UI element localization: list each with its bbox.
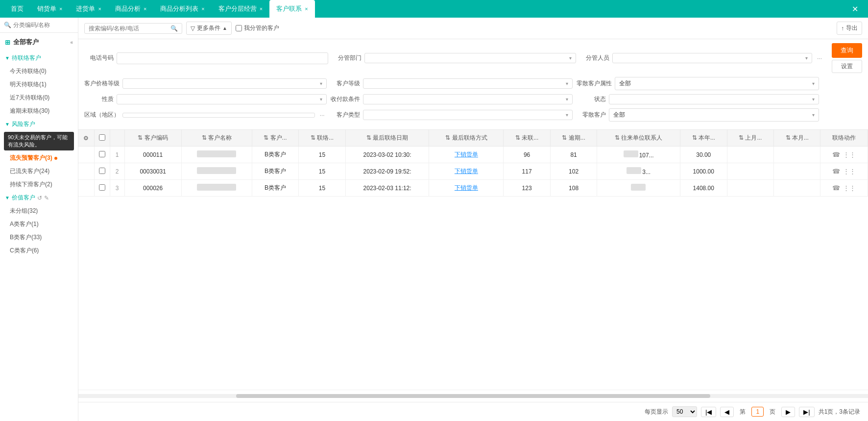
- close-sales-tab[interactable]: ×: [59, 6, 62, 12]
- row-checkbox[interactable]: [99, 151, 105, 157]
- sidebar-group-risk[interactable]: ▼ 风险客户: [0, 118, 78, 131]
- setting-button[interactable]: 设置: [832, 60, 862, 73]
- level-select[interactable]: ▾: [363, 78, 573, 89]
- sidebar-item-class-c[interactable]: C类客户(6): [0, 244, 78, 257]
- horizontal-scrollbar[interactable]: [78, 390, 868, 402]
- close-purchase-tab[interactable]: ×: [98, 6, 101, 12]
- row-action: ☎ ⋮⋮: [820, 163, 868, 180]
- sidebar-item-churned[interactable]: 已流失客户(24): [0, 165, 78, 178]
- refresh-icon[interactable]: ↺: [37, 195, 42, 201]
- zero-customer-select[interactable]: 全部 ▾: [609, 108, 819, 122]
- prev-page-button[interactable]: ◀: [720, 407, 734, 417]
- sidebar-item-7days[interactable]: 近7天待联络(0): [0, 91, 78, 104]
- sidebar-all-customers[interactable]: ⊞ 全部客户 «: [0, 35, 78, 50]
- edit-icon[interactable]: ✎: [44, 195, 49, 201]
- sidebar-item-churn-warning[interactable]: 流失预警客户(3): [0, 151, 78, 165]
- status-select[interactable]: ▾: [609, 94, 819, 104]
- sidebar-group-value[interactable]: ▼ 价值客户 ↺ ✎: [0, 191, 78, 204]
- my-customer-checkbox[interactable]: [236, 25, 242, 31]
- row-checkbox-cell[interactable]: [94, 163, 110, 180]
- row-last-method[interactable]: 下销货单: [429, 163, 504, 180]
- tab-sales[interactable]: 销货单 ×: [30, 0, 69, 18]
- sort-icon-this-month: ⇅: [786, 134, 791, 141]
- action-menu-icon[interactable]: ⋮⋮: [843, 184, 856, 192]
- col-name[interactable]: ⇅ 客户名称: [181, 130, 252, 147]
- tab-analysis-list[interactable]: 商品分析列表 ×: [153, 0, 211, 18]
- table-checkbox-all[interactable]: [94, 130, 110, 147]
- my-customer-checkbox-wrap[interactable]: 我分管的客户: [236, 24, 279, 32]
- per-page-select[interactable]: 50 100: [672, 406, 697, 417]
- query-button[interactable]: 查询: [832, 43, 862, 58]
- col-last-method[interactable]: ⇅ 最后联络方式: [429, 130, 504, 147]
- close-analysis-list-tab[interactable]: ×: [201, 6, 204, 12]
- col-overdue[interactable]: ⇅ 逾期...: [550, 130, 597, 147]
- action-phone-icon[interactable]: ☎: [832, 184, 840, 192]
- more-filter-button[interactable]: ▽ 更多条件 ▲: [186, 22, 232, 35]
- row-last-date: 2023-02-03 11:12:: [345, 180, 429, 197]
- col-type[interactable]: ⇅ 客户...: [252, 130, 298, 147]
- export-button[interactable]: ↑ 导出: [837, 22, 862, 35]
- row-last-method[interactable]: 下销货单: [429, 147, 504, 163]
- window-close-button[interactable]: ✕: [846, 4, 864, 14]
- search-input[interactable]: [89, 25, 170, 32]
- btn-group-right: 查询 设置: [832, 43, 862, 73]
- phone-input[interactable]: [117, 52, 328, 64]
- type-select[interactable]: ▾: [363, 110, 573, 120]
- row-checkbox-cell[interactable]: [94, 147, 110, 163]
- search-execute-icon[interactable]: 🔍: [170, 25, 178, 32]
- filter-payment: 收付款条件 ▾: [331, 94, 573, 104]
- tab-analysis[interactable]: 商品分析 ×: [108, 0, 153, 18]
- sidebar-search-input[interactable]: [13, 22, 74, 28]
- sidebar-item-declining[interactable]: 持续下滑客户(2): [0, 178, 78, 191]
- search-input-wrap: 🔍: [84, 23, 182, 34]
- table-settings-col[interactable]: ⚙: [78, 130, 94, 147]
- action-phone-icon[interactable]: ☎: [832, 168, 840, 175]
- person-dots-icon[interactable]: ···: [815, 55, 824, 62]
- action-menu-icon[interactable]: ⋮⋮: [843, 151, 856, 158]
- action-phone-icon[interactable]: ☎: [832, 151, 840, 158]
- row-checkbox[interactable]: [99, 168, 105, 174]
- chevron-down-status-icon: ▾: [812, 97, 815, 102]
- col-uncontacted[interactable]: ⇅ 未联...: [504, 130, 550, 147]
- col-last-date[interactable]: ⇅ 最后联络日期: [345, 130, 429, 147]
- row-last-method[interactable]: 下销货单: [429, 180, 504, 197]
- last-page-button[interactable]: ▶|: [799, 407, 814, 417]
- next-page-button[interactable]: ▶: [781, 407, 795, 417]
- table-row: 3 000026 B类客户 15 2023-02-03 11:12: 下销货单 …: [78, 180, 868, 197]
- close-analysis-tab[interactable]: ×: [144, 6, 146, 12]
- sidebar-group-pending[interactable]: ▼ 待联络客户: [0, 51, 78, 65]
- close-customer-layer-tab[interactable]: ×: [260, 6, 263, 12]
- row-code: 000011: [124, 147, 181, 163]
- sidebar-item-today[interactable]: 今天待联络(0): [0, 65, 78, 78]
- col-code[interactable]: ⇅ 客户编码: [124, 130, 181, 147]
- sidebar-item-tomorrow[interactable]: 明天待联络(1): [0, 78, 78, 91]
- close-customer-contact-tab[interactable]: ×: [305, 6, 308, 12]
- price-level-select[interactable]: ▾: [122, 78, 327, 89]
- tab-purchase[interactable]: 进货单 ×: [69, 0, 108, 18]
- sidebar-item-class-b[interactable]: B类客户(33): [0, 231, 78, 244]
- col-this-year[interactable]: ⇅ 本年...: [680, 130, 727, 147]
- region-select[interactable]: [122, 113, 315, 118]
- sidebar-item-class-a[interactable]: A类客户(1): [0, 218, 78, 231]
- col-unit-contact[interactable]: ⇅ 往来单位联系人: [597, 130, 680, 147]
- tab-customer-layer[interactable]: 客户分层经营 ×: [212, 0, 269, 18]
- col-this-month[interactable]: ⇅ 本月...: [773, 130, 820, 147]
- col-last-month[interactable]: ⇅ 上月...: [727, 130, 773, 147]
- row-checkbox-cell[interactable]: [94, 180, 110, 197]
- dept-select[interactable]: ▾: [364, 53, 576, 63]
- region-dots-icon[interactable]: ···: [318, 112, 327, 119]
- gender-select[interactable]: ▾: [117, 94, 327, 104]
- payment-select[interactable]: ▾: [363, 94, 573, 104]
- first-page-button[interactable]: |◀: [701, 407, 716, 417]
- sidebar-item-overdue[interactable]: 逾期未联络(30): [0, 104, 78, 118]
- tab-customer-contact[interactable]: 客户联系 ×: [269, 0, 314, 18]
- sidebar-item-ungrouped[interactable]: 未分组(32): [0, 204, 78, 218]
- person-select[interactable]: ▾: [612, 53, 812, 63]
- action-menu-icon[interactable]: ⋮⋮: [843, 168, 856, 175]
- select-all-checkbox[interactable]: [99, 134, 105, 141]
- row-settings-cell: [78, 180, 94, 197]
- zero-attr-select[interactable]: 全部 ▾: [615, 77, 819, 90]
- row-checkbox[interactable]: [99, 184, 105, 191]
- col-contact[interactable]: ⇅ 联络...: [299, 130, 345, 147]
- tab-home[interactable]: 首页: [4, 0, 30, 18]
